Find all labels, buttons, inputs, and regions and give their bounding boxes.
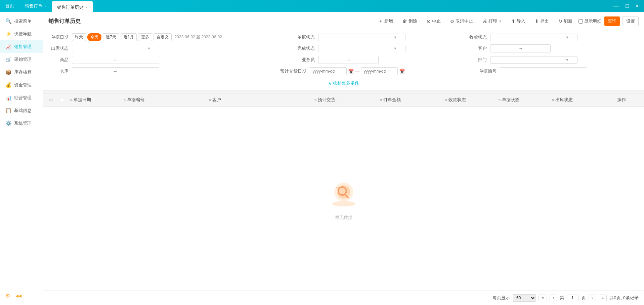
payment-status-label: 收款状态: [467, 34, 490, 40]
date-filter-control: 昨天 今天 近7天 近1月 更多 自定义 2023-06-02 至 2023-0…: [72, 33, 295, 41]
delivery-date-start[interactable]: [310, 67, 347, 75]
sidebar-item-basic-info-label: 基础信息: [14, 108, 32, 114]
warehouse-select-btn[interactable]: ···: [72, 67, 159, 75]
complete-status-control: ▼: [318, 45, 467, 52]
th-amount[interactable]: ⇅ 订单金额: [377, 97, 442, 103]
date-btn-today[interactable]: 今天: [87, 33, 101, 41]
th-payment[interactable]: ⇅ 收款状态: [442, 97, 496, 103]
sort-date-icon: ⇅: [70, 98, 73, 102]
sidebar-item-capital-mgmt[interactable]: 💰 资金管理: [0, 79, 43, 91]
svg-point-0: [332, 201, 355, 206]
print-button[interactable]: 🖨 打印 ▼: [479, 16, 505, 26]
collapse-more[interactable]: ∧ 收起更多条件: [48, 79, 639, 86]
window-maximize-button[interactable]: □: [623, 3, 632, 9]
select-all-checkbox[interactable]: [60, 98, 64, 102]
payment-status-select[interactable]: ▼: [490, 34, 577, 41]
sidebar-item-sys-mgmt[interactable]: ⚙️ 系统管理: [0, 117, 43, 130]
calendar-end-icon[interactable]: 📅: [399, 69, 405, 74]
search-menu-icon: 🔍: [5, 18, 11, 24]
top-bar-right: — □ ×: [611, 3, 644, 9]
tab-home[interactable]: 首页: [0, 0, 19, 12]
window-exit-button[interactable]: ×: [633, 3, 641, 9]
table-settings-icon: ⚙: [49, 98, 53, 103]
new-button[interactable]: ＋ 新增: [375, 16, 396, 26]
dept-control: ▼: [490, 56, 639, 64]
date-btn-yesterday[interactable]: 昨天: [72, 33, 86, 41]
tab-sales-order-close[interactable]: ×: [44, 4, 46, 8]
sidebar-item-sales-mgmt[interactable]: 📈 销售管理: [0, 40, 43, 53]
table-settings-btn[interactable]: ⚙: [46, 98, 56, 103]
cancel-stop-button[interactable]: ⊘ 取消中止: [447, 16, 476, 26]
order-status-select[interactable]: ▼: [318, 34, 405, 41]
th-order-status[interactable]: ⇅ 单据状态: [496, 97, 549, 103]
sidebar-item-search-menu-label: 搜索菜单: [14, 18, 32, 24]
export-icon: ⬇: [535, 18, 539, 24]
show-detail-wrap: 显示明细: [578, 18, 602, 24]
prev-page-button[interactable]: ‹: [550, 295, 557, 301]
date-range-text: 2023-06-02 至 2023-06-02: [174, 34, 222, 40]
stop-button[interactable]: ⊘ 中止: [423, 16, 444, 26]
cancel-stop-label: 取消中止: [456, 18, 473, 24]
dept-select[interactable]: ▼: [490, 56, 577, 64]
date-btn-last1m[interactable]: 近1月: [121, 33, 137, 41]
delivery-date-end[interactable]: [361, 67, 398, 75]
sidebar-item-basic-info[interactable]: 📋 基础信息: [0, 104, 43, 117]
delete-button[interactable]: 🗑 删除: [399, 16, 421, 26]
sidebar-item-business-mgmt[interactable]: 📊 经营管理: [0, 91, 43, 104]
capital-mgmt-icon: 💰: [5, 82, 11, 88]
filter-section: 单据日期 昨天 今天 近7天 近1月 更多 自定义 2023-06-02 至 2…: [43, 29, 644, 90]
settings-bottom-icon[interactable]: ⚙: [5, 293, 10, 299]
salesman-select-btn[interactable]: ···: [318, 56, 379, 64]
sidebar: 🔍 搜索菜单 ⚡ 快捷导航 📈 销售管理 🛒 采购管理 📦 库存核算 💰 资金管…: [0, 12, 43, 305]
settings-button[interactable]: 设置: [622, 16, 639, 26]
date-btn-custom[interactable]: 自定义: [154, 33, 172, 41]
goods-select-btn[interactable]: ···: [72, 56, 159, 64]
payment-status-arrow: ▼: [565, 35, 569, 39]
import-button[interactable]: ⬆ 导入: [508, 16, 529, 26]
th-delivery2-label: 出库状态: [555, 97, 573, 103]
sort-order-icon: ⇅: [498, 98, 501, 102]
show-detail-checkbox[interactable]: [578, 19, 583, 24]
goods-control: ···: [72, 56, 295, 64]
date-label: 单据日期: [48, 34, 72, 40]
tab-sales-order-history-label: 销售订单历史: [57, 4, 83, 10]
customer-select-btn[interactable]: ···: [490, 44, 551, 52]
top-bar: 首页 销售订单 × 销售订单历史 × — □ ×: [0, 0, 644, 12]
tab-sales-order-history-close[interactable]: ×: [85, 5, 87, 9]
th-date[interactable]: ⇅ 单据日期: [67, 97, 121, 103]
tab-sales-order[interactable]: 销售订单 ×: [19, 0, 52, 12]
date-btn-last7[interactable]: 近7天: [103, 33, 119, 41]
window-close-button[interactable]: —: [611, 3, 621, 9]
th-delivery[interactable]: ⇅ 预计交货...: [311, 97, 377, 103]
page-input[interactable]: [567, 295, 579, 301]
th-num[interactable]: ⇅ 单据编号: [121, 97, 206, 103]
tab-sales-order-history[interactable]: 销售订单历史 ×: [52, 1, 93, 13]
th-delivery-status[interactable]: ⇅ 出库状态: [549, 97, 614, 103]
collapse-sidebar-icon[interactable]: ◀◀: [15, 294, 22, 298]
export-button[interactable]: ⬇ 导出: [531, 16, 552, 26]
delivery-status-select[interactable]: ▼: [72, 45, 159, 52]
sidebar-item-search-menu[interactable]: 🔍 搜索菜单: [0, 15, 43, 28]
refresh-button[interactable]: ↻ 刷新: [555, 16, 576, 26]
date-btn-more[interactable]: 更多: [138, 33, 152, 41]
calendar-start-icon[interactable]: 📅: [348, 69, 354, 74]
page-size-select[interactable]: 50 20 100: [513, 294, 536, 302]
customer-label: 客户: [467, 45, 490, 51]
stop-icon: ⊘: [427, 18, 431, 24]
th-customer[interactable]: ⇅ 客户: [206, 97, 311, 103]
order-no-input[interactable]: [500, 67, 587, 75]
sidebar-item-purchase-mgmt[interactable]: 🛒 采购管理: [0, 53, 43, 66]
sys-mgmt-icon: ⚙️: [5, 120, 11, 126]
complete-status-select[interactable]: ▼: [318, 45, 405, 52]
sort-payment-icon: ⇅: [445, 98, 447, 102]
next-page-button[interactable]: ›: [589, 295, 596, 301]
query-button[interactable]: 查询: [604, 16, 620, 26]
filter-row-3: 商品 ··· 业务员 ··· 部门 ▼: [48, 56, 639, 64]
first-page-button[interactable]: «: [539, 295, 547, 301]
last-page-button[interactable]: »: [599, 295, 607, 301]
table-select-all[interactable]: [56, 98, 67, 102]
sidebar-item-inventory-check[interactable]: 📦 库存核算: [0, 66, 43, 79]
sidebar-item-quick-nav[interactable]: ⚡ 快捷导航: [0, 28, 43, 40]
complete-status-label: 完成状态: [295, 45, 318, 51]
date-shortcuts: 昨天 今天 近7天 近1月 更多 自定义: [72, 33, 172, 41]
